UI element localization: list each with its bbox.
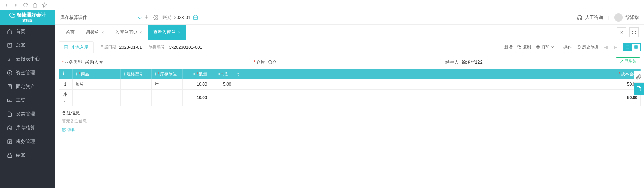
sidebar: 畅捷通好会计 旗舰版 首页 总账 云报表中心 资金管理 固定资产 工资 (0, 10, 55, 188)
close-icon[interactable]: ✕ (101, 31, 104, 34)
expand-icon (632, 30, 636, 34)
avatar (614, 13, 623, 22)
sidebar-item-label: 总账 (16, 42, 25, 48)
th-spec[interactable]: ▲▼规格型号 (120, 69, 151, 79)
star-icon[interactable] (42, 2, 47, 8)
history-button[interactable]: 历史单据 (577, 44, 599, 50)
svg-rect-1 (8, 43, 12, 47)
logo-text: 畅捷通好会计 (17, 12, 46, 18)
prev-arrow[interactable]: ◀ (603, 45, 608, 50)
sidebar-item-reports[interactable]: 云报表中心 (0, 52, 55, 66)
tab-label: 入库单历史 (115, 29, 137, 35)
doc-type-tab[interactable]: 其他入库 (59, 41, 94, 53)
th-cost[interactable]: ▲▼*成... (210, 69, 234, 79)
nav-forward-icon[interactable] (13, 2, 19, 8)
gear-icon[interactable] (153, 15, 158, 20)
logo-sub: 旗舰版 (22, 18, 33, 23)
doc-date-value: 2023-01-01 (119, 45, 142, 50)
wallet-icon (7, 98, 12, 103)
th-gear[interactable] (59, 69, 72, 79)
doc-type-label: 其他入库 (71, 44, 88, 51)
print-button[interactable]: 打印 (536, 44, 553, 50)
consult-link[interactable]: 人工咨询 (577, 14, 603, 21)
tab-label: 调拨单 (86, 29, 99, 35)
calendar-icon[interactable] (193, 15, 198, 20)
refresh-icon[interactable] (23, 2, 28, 8)
svg-rect-27 (519, 47, 521, 49)
history-icon (577, 45, 581, 49)
svg-rect-19 (194, 16, 198, 20)
items-table: ▲▼*商品 ▲▼规格型号 ▲▼*库存单位 ▲▼*数量 ▲▼*成... ▲▼ *成… (59, 69, 641, 106)
svg-point-18 (155, 17, 156, 18)
nav-back-icon[interactable] (3, 2, 9, 8)
cell-product: 葡萄 (72, 79, 120, 89)
view-grid-button[interactable] (632, 43, 641, 51)
money-icon (7, 70, 12, 76)
home-icon[interactable] (32, 2, 38, 8)
table-row[interactable]: 1 葡萄 斤 10.00 5.00 50.00 (59, 79, 641, 89)
tab-home[interactable]: 首页 (60, 25, 80, 40)
tab-label: 查看入库单 (153, 29, 176, 35)
tool-attach[interactable] (634, 71, 644, 83)
sidebar-item-close[interactable]: 结账 (0, 148, 55, 162)
invoice-icon (7, 111, 12, 117)
doc-no-value: IC-20230101-001 (168, 45, 202, 50)
cell-unit: 斤 (151, 79, 182, 89)
cell-cost: 5.00 (210, 79, 234, 89)
cell-qty: 10.00 (182, 79, 210, 89)
note-icon (636, 86, 642, 91)
new-button[interactable]: + 新增 (500, 44, 513, 50)
add-icon[interactable]: + (145, 14, 149, 21)
tool-note[interactable] (634, 83, 644, 95)
th-blank[interactable]: ▲▼ (234, 69, 606, 79)
sidebar-item-label: 云报表中心 (16, 56, 40, 62)
user-menu[interactable]: 徐泽华 (614, 13, 639, 22)
copy-button[interactable]: 复制 (517, 44, 531, 50)
doc-header: 其他入库 单据日期 2023-01-01 单据编号 IC-20230101-00… (55, 40, 644, 54)
tax-icon (7, 139, 12, 144)
th-qty[interactable]: ▲▼*数量 (182, 69, 210, 79)
building-icon (7, 84, 12, 89)
sidebar-item-tax[interactable]: 税务管理 (0, 135, 55, 148)
sidebar-item-inventory[interactable]: 库存核算 (0, 121, 55, 135)
sidebar-item-invoice[interactable]: 发票管理 (0, 107, 55, 121)
next-arrow[interactable]: ▶ (613, 45, 618, 50)
view-list-button[interactable] (623, 43, 632, 51)
org-selector[interactable]: 库存核算课件 (60, 14, 141, 21)
tab-view-inbound[interactable]: 查看入库单 ✕ (148, 25, 186, 40)
sidebar-item-funds[interactable]: 资金管理 (0, 66, 55, 80)
th-product[interactable]: ▲▼*商品 (72, 69, 120, 79)
fullscreen-button[interactable] (629, 27, 639, 37)
svg-rect-39 (634, 45, 636, 47)
close-icon[interactable]: ✕ (139, 31, 142, 34)
sidebar-item-assets[interactable]: 固定资产 (0, 80, 55, 93)
warehouse-label: *仓库 (254, 59, 265, 65)
cloud-icon (9, 12, 15, 18)
close-icon[interactable]: ✕ (178, 31, 180, 34)
sidebar-item-salary[interactable]: 工资 (0, 93, 55, 107)
tab-inbound-history[interactable]: 入库单历史 ✕ (109, 25, 148, 40)
sidebar-item-label: 结账 (16, 152, 25, 158)
subtotal-label: 小计 (59, 89, 72, 106)
check-icon (619, 59, 623, 64)
headset-icon (577, 15, 582, 20)
tabs: 首页 调拨单 ✕ 入库单历史 ✕ 查看入库单 ✕ ✕ (55, 25, 644, 40)
sidebar-item-label: 资金管理 (16, 70, 35, 76)
cell-spec (120, 79, 151, 89)
chart-icon (64, 45, 68, 50)
th-unit[interactable]: ▲▼*库存单位 (151, 69, 182, 79)
copy-icon (517, 45, 521, 49)
logo[interactable]: 畅捷通好会计 旗舰版 (0, 10, 55, 25)
print-icon (536, 45, 540, 49)
browser-toolbar (0, 0, 644, 10)
doc-date-label: 单据日期 (100, 44, 116, 50)
handler-label: 经手人 (445, 59, 459, 65)
tab-transfer[interactable]: 调拨单 ✕ (80, 25, 109, 40)
sidebar-item-home[interactable]: 首页 (0, 25, 55, 38)
period-value[interactable]: 2023-01 (174, 15, 191, 20)
edit-remark-button[interactable]: 编辑 (62, 127, 637, 133)
close-all-button[interactable]: ✕ (617, 27, 626, 37)
sidebar-item-ledger[interactable]: 总账 (0, 38, 55, 52)
ops-button[interactable]: 操作 (558, 44, 572, 50)
username: 徐泽华 (625, 14, 639, 21)
